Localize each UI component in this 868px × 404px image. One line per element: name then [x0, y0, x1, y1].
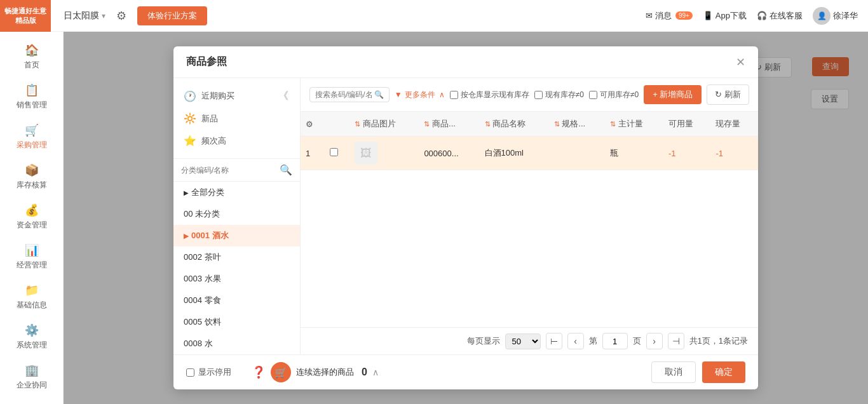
col-available: 可用量: [663, 112, 710, 137]
sidebar: 🏠 首页 📋 销售管理 🛒 采购管理 📦 库存核算 💰 资金管理 📊 经营管理 …: [0, 32, 64, 404]
store-selector[interactable]: 日太阳膜 ▾: [64, 10, 105, 22]
new-tab[interactable]: 🔆 新品: [173, 107, 300, 130]
table-row[interactable]: 1 🖼 000600... 白酒100ml 瓶: [301, 137, 758, 170]
sidebar-item-system[interactable]: ⚙️ 系统管理: [3, 318, 60, 356]
recent-tab[interactable]: 🕐 近期购买 《: [173, 84, 300, 107]
modal-title: 商品参照: [186, 55, 227, 69]
cell-unit: 瓶: [605, 137, 663, 170]
collapse-left-btn[interactable]: 《: [277, 90, 290, 102]
sidebar-item-guide[interactable]: 🎯 新手引导: [3, 398, 60, 404]
cart-icon: 🛒: [271, 362, 291, 382]
sidebar-item-finance[interactable]: 💰 资金管理: [3, 198, 60, 236]
footer-actions: 取消 确定: [651, 361, 745, 383]
sidebar-item-basic[interactable]: 📁 基础信息: [3, 278, 60, 316]
show-disabled-input[interactable]: [186, 368, 194, 377]
row-checkbox[interactable]: [330, 148, 338, 156]
category-all[interactable]: ▶ 全部分类: [173, 182, 300, 203]
home-icon: 🏠: [25, 43, 39, 57]
more-filter-btn[interactable]: ▼ 更多条件 ∧: [395, 90, 445, 100]
cell-image: 🖼: [349, 137, 419, 170]
category-0008[interactable]: 0008 水: [173, 333, 300, 354]
search-icon: 🔍: [374, 90, 384, 99]
category-0004[interactable]: 0004 零食: [173, 290, 300, 311]
sidebar-item-sales[interactable]: 📋 销售管理: [3, 78, 60, 116]
finance-icon: 💰: [25, 203, 39, 217]
show-disabled-checkbox[interactable]: 显示停用: [186, 367, 231, 378]
sidebar-item-home[interactable]: 🏠 首页: [3, 38, 60, 76]
sidebar-item-operations[interactable]: 📊 经营管理: [3, 238, 60, 276]
cell-stock: -1: [710, 137, 758, 170]
selected-label: 连续选择的商品: [296, 367, 354, 378]
product-table-wrap: ⚙ ⇅ 商品图片 ⇅ 商品... ⇅ 商品名称 ⇅ 规格... ⇅ 主计量 可用…: [301, 112, 758, 327]
sidebar-item-enterprise[interactable]: 🏢 企业协同: [3, 358, 60, 396]
page-input[interactable]: [602, 333, 628, 349]
category-00[interactable]: 00 未分类: [173, 203, 300, 225]
cell-available: -1: [663, 137, 710, 170]
cell-check[interactable]: [325, 137, 349, 170]
col-name[interactable]: ⇅ 商品名称: [480, 112, 549, 137]
main-layout: 🏠 首页 📋 销售管理 🛒 采购管理 📦 库存核算 💰 资金管理 📊 经营管理 …: [0, 32, 868, 404]
product-search-input[interactable]: [315, 90, 372, 99]
confirm-button[interactable]: 确定: [702, 361, 745, 383]
enterprise-icon: 🏢: [25, 363, 39, 377]
category-0001[interactable]: ▶ 0001 酒水: [173, 225, 300, 246]
service-btn[interactable]: 🎧 在线客服: [757, 10, 803, 22]
selected-cart-area[interactable]: ❓ 🛒 连续选择的商品 0 ∧: [252, 362, 379, 382]
first-page-btn[interactable]: ⊢: [546, 333, 562, 349]
cell-code: 000600...: [419, 137, 479, 170]
experience-btn[interactable]: 体验行业方案: [137, 6, 207, 25]
add-product-btn[interactable]: + 新增商品: [644, 85, 702, 104]
col-check: [325, 112, 349, 137]
cell-spec: [549, 137, 606, 170]
modal-overlay: 商品参照 ✕ 🕐 近期购买 《 �: [64, 32, 868, 404]
col-code[interactable]: ⇅ 商品...: [419, 112, 479, 137]
user-menu[interactable]: 👤 徐泽华: [813, 7, 858, 25]
cancel-button[interactable]: 取消: [651, 361, 696, 383]
available-stock-input[interactable]: [534, 91, 543, 99]
collapse-footer-icon[interactable]: ∧: [372, 367, 379, 377]
col-image[interactable]: ⇅ 商品图片: [349, 112, 419, 137]
col-settings[interactable]: ⚙: [301, 112, 325, 137]
sidebar-item-inventory[interactable]: 📦 库存核算: [3, 158, 60, 196]
col-spec[interactable]: ⇅ 规格...: [549, 112, 606, 137]
clock-icon: 🕐: [184, 90, 196, 102]
logo: 畅捷通好生意 精品版: [0, 0, 51, 32]
col-stock: 现存量: [710, 112, 758, 137]
modal-right-panel: 🔍 ▼ 更多条件 ∧ 按仓库显示现有库存: [301, 78, 758, 354]
per-page-select[interactable]: 50 20 100: [505, 333, 541, 349]
frequent-tab[interactable]: ⭐ 频次高: [173, 130, 300, 152]
category-0003[interactable]: 0003 水果: [173, 268, 300, 290]
available-stock-checkbox[interactable]: 现有库存≠0: [534, 90, 584, 100]
navbar-right: ✉ 消息 99+ 📱 App下载 🎧 在线客服 👤 徐泽华: [646, 7, 858, 25]
col-unit[interactable]: ⇅ 主计量: [605, 112, 663, 137]
cell-no: 1: [301, 137, 325, 170]
sidebar-item-purchase[interactable]: 🛒 采购管理: [3, 118, 60, 156]
message-btn[interactable]: ✉ 消息 99+: [646, 10, 693, 22]
modal-header: 商品参照 ✕: [173, 46, 758, 78]
usable-stock-input[interactable]: [589, 91, 597, 99]
usable-stock-checkbox[interactable]: 可用库存≠0: [589, 90, 639, 100]
warehouse-display-checkbox[interactable]: 按仓库显示现有库存: [450, 90, 529, 100]
next-page-btn[interactable]: ›: [646, 333, 663, 349]
left-tabs: 🕐 近期购买 《 🔆 新品 ⭐ 频次高: [173, 78, 300, 159]
chevron-down-icon: ▾: [102, 11, 105, 20]
expand-icon: ▶: [184, 189, 189, 196]
refresh-btn[interactable]: ↻ 刷新: [707, 84, 749, 105]
product-search-box: 🔍: [309, 87, 390, 102]
app-download-btn[interactable]: 📱 App下载: [703, 10, 747, 22]
category-0005[interactable]: 0005 饮料: [173, 311, 300, 333]
warehouse-checkbox-input[interactable]: [450, 91, 458, 99]
category-search-input[interactable]: [181, 166, 280, 175]
category-list: ▶ 全部分类 00 未分类 ▶ 0001 酒水 0002 茶: [173, 182, 300, 354]
modal-left-panel: 🕐 近期购买 《 🔆 新品 ⭐ 频次高: [173, 78, 301, 354]
category-0002[interactable]: 0002 茶叶: [173, 246, 300, 268]
last-page-btn[interactable]: ⊣: [668, 333, 684, 349]
product-thumbnail: 🖼: [355, 142, 377, 165]
settings-icon[interactable]: ⚙: [112, 6, 131, 25]
prev-page-btn[interactable]: ‹: [567, 333, 584, 349]
sort-icon: ⇅: [485, 120, 491, 128]
search-icon: 🔍: [280, 164, 292, 176]
logo-text: 畅捷通好生意 精品版: [4, 6, 46, 25]
modal-close-button[interactable]: ✕: [736, 57, 745, 68]
inventory-icon: 📦: [25, 163, 39, 177]
